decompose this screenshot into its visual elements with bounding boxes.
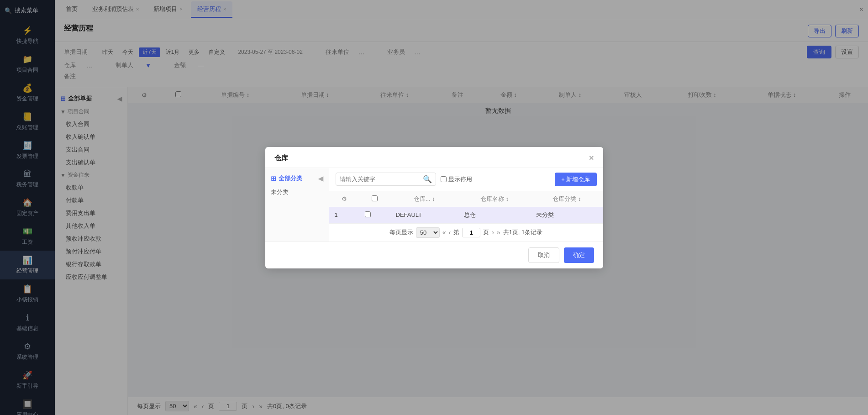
dialog-table-row[interactable]: 1 DEFAULT 总仓 未分类 — [329, 207, 603, 223]
warehouse-dialog: 仓库 × ⊞ 全部分类 ◀ 未分类 🔍 — [265, 147, 603, 268]
row-seq: 1 — [329, 207, 359, 223]
dialog-page-label: 第 — [453, 228, 459, 236]
row-code: DEFAULT — [390, 207, 459, 223]
show-disabled-checkbox[interactable] — [441, 176, 447, 182]
modal-overlay[interactable]: 仓库 × ⊞ 全部分类 ◀ 未分类 🔍 — [0, 0, 868, 415]
dialog-prev-btn[interactable]: ‹ — [448, 229, 451, 236]
dialog-page-label-2: 页 — [483, 228, 489, 236]
show-disabled-label[interactable]: 显示停用 — [441, 175, 472, 184]
dialog-total: 共1页, 1条记录 — [503, 228, 543, 236]
dialog-first-btn[interactable]: « — [442, 229, 446, 236]
dialog-toolbar: 🔍 显示停用 + 新增仓库 — [329, 168, 603, 191]
dialog-close-btn[interactable]: × — [589, 153, 594, 163]
dialog-right-panel: 🔍 显示停用 + 新增仓库 ⚙ — [329, 168, 603, 242]
dialog-col-code[interactable]: 仓库... ↕ — [390, 191, 459, 207]
dialog-next-btn[interactable]: › — [492, 229, 494, 236]
dialog-search-box: 🔍 — [336, 173, 436, 186]
dialog-col-gear: ⚙ — [329, 191, 359, 207]
dialog-table-header: ⚙ 仓库... ↕ 仓库名称 ↕ 仓库分类 ↕ — [329, 191, 603, 207]
row-checkbox[interactable] — [359, 207, 390, 223]
dialog-pagination: 每页显示 50 100 « ‹ 第 页 › » 共1页, 1条记录 — [329, 223, 603, 242]
dialog-footer: 取消 确定 — [265, 242, 603, 268]
show-disabled-text: 显示停用 — [448, 175, 472, 184]
dialog-grid-icon: ⊞ — [271, 175, 276, 182]
dialog-table-wrap: ⚙ 仓库... ↕ 仓库名称 ↕ 仓库分类 ↕ 1 DEFAULT 总仓 未分类 — [329, 191, 603, 223]
dialog-col-check — [359, 191, 390, 207]
dialog-table: ⚙ 仓库... ↕ 仓库名称 ↕ 仓库分类 ↕ 1 DEFAULT 总仓 未分类 — [329, 191, 603, 223]
add-warehouse-btn[interactable]: + 新增仓库 — [555, 173, 596, 186]
dialog-title: 仓库 — [274, 154, 288, 163]
dialog-search-input[interactable] — [340, 176, 421, 183]
dialog-collapse-btn[interactable]: ◀ — [318, 175, 323, 182]
dialog-per-page-select[interactable]: 50 100 — [416, 227, 440, 238]
dialog-page-input[interactable] — [462, 228, 480, 237]
row-category: 未分类 — [531, 207, 603, 223]
dialog-left-panel: ⊞ 全部分类 ◀ 未分类 — [265, 168, 329, 242]
dialog-last-btn[interactable]: » — [497, 229, 500, 236]
dialog-confirm-btn[interactable]: 确定 — [564, 247, 594, 263]
dialog-left-title[interactable]: ⊞ 全部分类 ◀ — [265, 172, 329, 185]
dialog-cancel-btn[interactable]: 取消 — [528, 247, 559, 263]
dialog-col-name[interactable]: 仓库名称 ↕ — [458, 191, 531, 207]
dialog-left-item-unclassified[interactable]: 未分类 — [265, 185, 329, 199]
dialog-select-all[interactable] — [372, 195, 378, 201]
dialog-body: ⊞ 全部分类 ◀ 未分类 🔍 显示停用 — [265, 168, 603, 242]
dialog-all-label: 全部分类 — [279, 174, 302, 183]
dialog-per-page-label: 每页显示 — [389, 228, 413, 236]
dialog-header: 仓库 × — [265, 147, 603, 168]
dialog-col-category[interactable]: 仓库分类 ↕ — [531, 191, 603, 207]
row-name: 总仓 — [458, 207, 531, 223]
dialog-search-icon[interactable]: 🔍 — [423, 175, 432, 184]
